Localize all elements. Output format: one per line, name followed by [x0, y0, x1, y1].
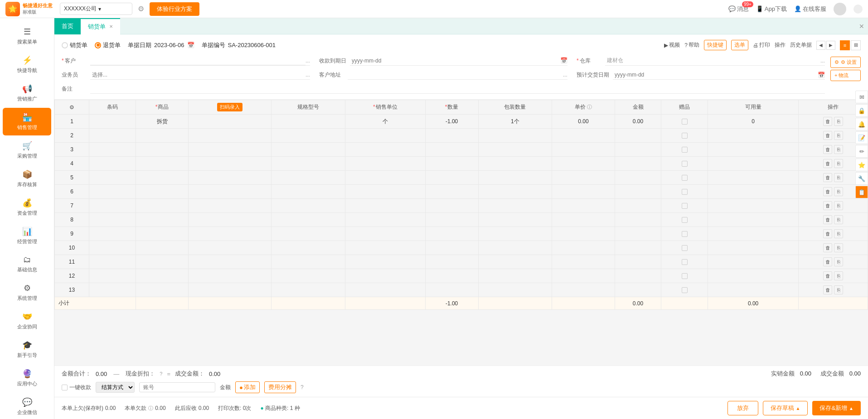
- nav-prev-icon[interactable]: ◀: [816, 41, 825, 50]
- copy-row-icon-6[interactable]: ⎘: [834, 201, 843, 210]
- cell-product-0[interactable]: 拆货: [136, 115, 189, 129]
- cell-spec-8[interactable]: [272, 227, 345, 241]
- cell-qty-4[interactable]: [425, 171, 478, 185]
- cell-sales-unit-7[interactable]: [345, 213, 425, 227]
- cell-qty-7[interactable]: [425, 213, 478, 227]
- col-settings[interactable]: ⚙: [55, 100, 89, 115]
- gift-checkbox-2[interactable]: [682, 147, 688, 153]
- sidebar-item-search[interactable]: ☰ 搜索菜单: [3, 22, 51, 50]
- cell-pkg-qty-11[interactable]: [478, 269, 552, 283]
- trial-button[interactable]: 体验行业方案: [150, 2, 199, 16]
- tab-sales-order[interactable]: 销货单 ✕: [81, 18, 120, 34]
- cell-product-9[interactable]: [136, 241, 189, 255]
- gift-checkbox-12[interactable]: [682, 287, 688, 293]
- cell-sales-unit-4[interactable]: [345, 171, 425, 185]
- sidebar-item-collaboration[interactable]: 🤝 企业协同: [3, 307, 51, 335]
- cell-amount-11[interactable]: [615, 269, 661, 283]
- cell-gift-0[interactable]: [661, 115, 708, 129]
- settings-side-button[interactable]: ⚙ ⚙ 设置: [830, 57, 861, 68]
- cell-unit-price-8[interactable]: [552, 227, 615, 241]
- delete-row-icon-3[interactable]: 🗑: [823, 159, 832, 168]
- cell-barcode-12[interactable]: [89, 283, 136, 297]
- cell-qty-0[interactable]: -1.00: [425, 115, 478, 129]
- cell-product-12[interactable]: [136, 283, 189, 297]
- cell-barcode-1[interactable]: [89, 129, 136, 143]
- cash-discount-info-icon[interactable]: ?: [160, 371, 162, 376]
- copy-row-icon-1[interactable]: ⎘: [834, 131, 843, 140]
- cell-amount-8[interactable]: [615, 227, 661, 241]
- cell-unit-price-7[interactable]: [552, 213, 615, 227]
- sidebar-item-finance[interactable]: 💰 资金管理: [3, 193, 51, 221]
- cell-pkg-qty-2[interactable]: [478, 143, 552, 157]
- radio-return-order[interactable]: 退货单: [95, 41, 121, 49]
- cell-qty-10[interactable]: [425, 255, 478, 269]
- gift-checkbox-0[interactable]: [682, 119, 688, 125]
- cell-spec-7[interactable]: [272, 213, 345, 227]
- customer-dots[interactable]: ...: [305, 58, 310, 64]
- cell-gift-2[interactable]: [661, 143, 708, 157]
- gift-checkbox-8[interactable]: [682, 231, 688, 237]
- cell-product-1[interactable]: [136, 129, 189, 143]
- right-panel-bell[interactable]: 🔔: [855, 118, 868, 130]
- cell-qty-12[interactable]: [425, 283, 478, 297]
- cell-sales-unit-0[interactable]: 个: [345, 115, 425, 129]
- salesman-input[interactable]: [90, 70, 305, 79]
- cell-spec-12[interactable]: [272, 283, 345, 297]
- cell-spec-1[interactable]: [272, 129, 345, 143]
- account-input[interactable]: [139, 382, 215, 392]
- cell-gift-4[interactable]: [661, 171, 708, 185]
- cell-barcode-8[interactable]: [89, 227, 136, 241]
- gift-checkbox-11[interactable]: [682, 273, 688, 279]
- cell-spec-2[interactable]: [272, 143, 345, 157]
- cell-barcode-6[interactable]: [89, 199, 136, 213]
- sidebar-item-app-center[interactable]: 🔮 应用中心: [3, 364, 51, 392]
- cell-amount-6[interactable]: [615, 199, 661, 213]
- cell-qty-11[interactable]: [425, 269, 478, 283]
- toolbar-operate[interactable]: 操作: [775, 41, 786, 49]
- one-click-payment-checkbox[interactable]: 一键收款: [62, 384, 91, 391]
- copy-row-icon-11[interactable]: ⎘: [834, 271, 843, 280]
- cell-product-3[interactable]: [136, 157, 189, 171]
- cell-sales-unit-9[interactable]: [345, 241, 425, 255]
- right-panel-tool[interactable]: 🔧: [855, 172, 868, 185]
- cell-pkg-qty-12[interactable]: [478, 283, 552, 297]
- online-service-button[interactable]: 👤 在线客服: [794, 5, 826, 13]
- window-close-icon[interactable]: ✕: [859, 23, 864, 30]
- cell-spec-11[interactable]: [272, 269, 345, 283]
- due-date-calendar-icon[interactable]: 📅: [560, 57, 567, 64]
- cell-sales-unit-3[interactable]: [345, 157, 425, 171]
- cell-sales-unit-12[interactable]: [345, 283, 425, 297]
- cell-gift-11[interactable]: [661, 269, 708, 283]
- copy-row-icon-4[interactable]: ⎘: [834, 173, 843, 182]
- notes-input[interactable]: [90, 84, 825, 94]
- gift-checkbox-3[interactable]: [682, 161, 688, 167]
- avatar-extra[interactable]: [853, 5, 863, 14]
- calendar-icon[interactable]: 📅: [187, 42, 194, 48]
- gift-checkbox-5[interactable]: [682, 189, 688, 195]
- copy-row-icon-12[interactable]: ⎘: [834, 285, 843, 294]
- sidebar-item-basic-info[interactable]: 🗂 基础信息: [3, 250, 51, 278]
- delete-row-icon-10[interactable]: 🗑: [823, 257, 832, 266]
- gift-checkbox-6[interactable]: [682, 203, 688, 209]
- cell-unit-price-6[interactable]: [552, 199, 615, 213]
- cell-product-11[interactable]: [136, 269, 189, 283]
- cell-barcode-5[interactable]: [89, 185, 136, 199]
- cell-product-10[interactable]: [136, 255, 189, 269]
- cell-sales-unit-11[interactable]: [345, 269, 425, 283]
- expected-date-calendar-icon[interactable]: 📅: [818, 72, 825, 78]
- company-selector[interactable]: XXXXXX公司 ▾: [60, 3, 132, 15]
- customer-input[interactable]: [90, 56, 305, 65]
- nav-next-icon[interactable]: ▶: [826, 41, 835, 50]
- delete-row-icon-11[interactable]: 🗑: [823, 271, 832, 280]
- cell-amount-0[interactable]: 0.00: [615, 115, 661, 129]
- cell-spec-9[interactable]: [272, 241, 345, 255]
- cell-sales-unit-8[interactable]: [345, 227, 425, 241]
- due-date-input[interactable]: [350, 56, 560, 65]
- sidebar-item-operation[interactable]: 📊 经营管理: [3, 222, 51, 250]
- right-panel-lock[interactable]: 🔒: [855, 104, 868, 117]
- delete-row-icon-0[interactable]: 🗑: [823, 117, 832, 126]
- app-download-button[interactable]: 📱 App下载: [756, 5, 787, 13]
- sidebar-item-system[interactable]: ⚙ 系统管理: [3, 279, 51, 306]
- cell-pkg-qty-4[interactable]: [478, 171, 552, 185]
- cell-barcode-7[interactable]: [89, 213, 136, 227]
